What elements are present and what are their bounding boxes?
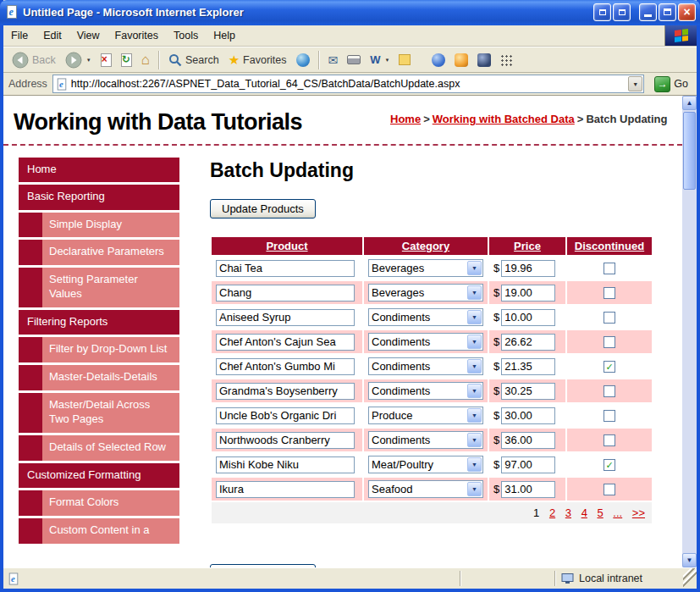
home-button[interactable]: ⌂ <box>137 51 154 69</box>
column-header-price[interactable]: Price <box>514 240 541 252</box>
discontinued-checkbox[interactable]: ✓ <box>604 410 615 422</box>
breadcrumb-section-link[interactable]: Working with Batched Data <box>433 113 575 125</box>
back-button[interactable]: Back <box>8 50 60 70</box>
chevron-down-icon[interactable]: ▼ <box>467 457 482 472</box>
chevron-down-icon[interactable]: ▼ <box>467 433 482 447</box>
minimize-button[interactable] <box>639 3 657 21</box>
chevron-down-icon[interactable]: ▼ <box>467 482 482 496</box>
address-field[interactable]: e ▼ <box>52 75 644 93</box>
pager-page-link[interactable]: 2 <box>549 506 555 519</box>
scrollbar-thumb[interactable] <box>683 112 696 190</box>
price-input[interactable] <box>501 481 555 498</box>
maximize-button[interactable] <box>659 3 676 21</box>
chevron-down-icon[interactable]: ▼ <box>467 261 482 275</box>
price-input[interactable] <box>501 432 555 449</box>
scroll-down-button[interactable]: ▼ <box>682 553 697 567</box>
column-header-discontinued[interactable]: Discontinued <box>575 240 644 252</box>
category-select[interactable]: Beverages▼ <box>368 284 483 302</box>
category-select[interactable]: Condiments▼ <box>368 308 483 326</box>
pager-page-link[interactable]: 3 <box>565 506 571 519</box>
discontinued-checkbox[interactable]: ✓ <box>604 385 615 397</box>
category-select[interactable]: Produce▼ <box>368 407 483 424</box>
pager-page-link[interactable]: 5 <box>597 506 603 519</box>
favorites-button[interactable]: ★ Favorites <box>224 52 291 68</box>
product-input[interactable] <box>216 358 355 375</box>
sidebar-item-home[interactable]: Home <box>19 158 179 182</box>
discontinued-checkbox[interactable]: ✓ <box>604 336 615 348</box>
edit-with-word-button[interactable]: W ▼ <box>366 53 394 67</box>
chevron-down-icon[interactable]: ▼ <box>467 285 482 300</box>
mail-button[interactable]: ✉ <box>324 53 343 68</box>
product-input[interactable] <box>216 334 355 351</box>
refresh-button[interactable]: ↻ <box>117 52 136 69</box>
discontinued-checkbox[interactable]: ✓ <box>604 434 615 446</box>
menu-item-view[interactable]: View <box>69 25 107 46</box>
breadcrumb-home-link[interactable]: Home <box>390 113 421 125</box>
price-input[interactable] <box>501 285 555 302</box>
category-select[interactable]: Beverages▼ <box>368 259 483 277</box>
discontinued-checkbox[interactable]: ✓ <box>604 263 615 274</box>
titlebar-extra-button-1[interactable] <box>593 3 611 21</box>
product-input[interactable] <box>216 309 355 326</box>
price-input[interactable] <box>501 334 555 351</box>
product-input[interactable] <box>216 407 355 424</box>
quick-launch-button[interactable] <box>496 53 516 68</box>
chevron-down-icon[interactable]: ▼ <box>467 310 482 324</box>
print-button[interactable] <box>343 53 365 66</box>
discontinued-checkbox[interactable]: ✓ <box>604 312 615 324</box>
search-button[interactable]: Search <box>164 52 223 69</box>
menu-item-file[interactable]: File <box>3 25 36 46</box>
forward-button[interactable]: ▼ <box>61 50 96 70</box>
discontinued-checkbox[interactable]: ✓ <box>604 361 615 373</box>
discontinued-checkbox[interactable]: ✓ <box>604 484 615 495</box>
menu-item-favorites[interactable]: Favorites <box>107 25 166 46</box>
price-input[interactable] <box>501 260 555 277</box>
address-dropdown-button[interactable]: ▼ <box>628 76 642 91</box>
scroll-up-button[interactable]: ▲ <box>682 96 697 110</box>
vertical-scrollbar[interactable]: ▲ ▼ <box>682 96 697 567</box>
column-header-category[interactable]: Category <box>402 240 449 252</box>
pager-next-link[interactable]: >> <box>632 506 645 519</box>
go-button[interactable]: → Go <box>649 76 693 92</box>
msn-button[interactable] <box>450 52 472 69</box>
category-select[interactable]: Condiments▼ <box>368 357 483 375</box>
price-input[interactable] <box>501 456 555 473</box>
category-select[interactable]: Condiments▼ <box>368 431 483 449</box>
discontinued-checkbox[interactable]: ✓ <box>604 287 615 299</box>
resize-grip[interactable] <box>683 568 697 589</box>
chevron-down-icon[interactable]: ▼ <box>467 359 482 373</box>
product-input[interactable] <box>216 456 355 473</box>
discontinued-checkbox[interactable]: ✓ <box>604 459 615 471</box>
product-input[interactable] <box>216 383 355 400</box>
product-input[interactable] <box>216 481 355 498</box>
pager-ellipsis-link[interactable]: ... <box>613 506 622 519</box>
product-input[interactable] <box>216 260 355 277</box>
discuss-button[interactable] <box>394 53 415 67</box>
update-products-button-top[interactable]: Update Products <box>210 199 316 219</box>
column-header-product[interactable]: Product <box>266 240 307 252</box>
sidebar-section-customized-formatting[interactable]: Customized Formatting <box>19 463 179 488</box>
price-input[interactable] <box>501 383 555 400</box>
pager-page-link[interactable]: 4 <box>581 506 587 519</box>
price-input[interactable] <box>501 358 555 375</box>
category-select[interactable]: Seafood▼ <box>368 480 483 498</box>
titlebar-extra-button-2[interactable] <box>613 3 631 21</box>
update-products-button-bottom[interactable]: Update Products <box>210 564 316 567</box>
close-button[interactable]: × <box>678 3 696 21</box>
price-input[interactable] <box>501 407 555 424</box>
category-select[interactable]: Condiments▼ <box>368 382 483 400</box>
product-input[interactable] <box>216 285 355 302</box>
messenger-button[interactable] <box>427 52 449 69</box>
menu-item-edit[interactable]: Edit <box>36 25 69 46</box>
media-button[interactable] <box>292 52 314 69</box>
chevron-down-icon[interactable]: ▼ <box>467 384 482 398</box>
sidebar-section-basic-reporting[interactable]: Basic Reporting <box>19 185 179 209</box>
menu-item-help[interactable]: Help <box>206 25 243 46</box>
address-input[interactable] <box>71 78 625 90</box>
product-input[interactable] <box>216 432 355 449</box>
sidebar-section-filtering-reports[interactable]: Filtering Reports <box>19 310 179 335</box>
chevron-down-icon[interactable]: ▼ <box>467 335 482 349</box>
price-input[interactable] <box>501 309 555 326</box>
category-select[interactable]: Condiments▼ <box>368 333 483 351</box>
chevron-down-icon[interactable]: ▼ <box>467 408 482 423</box>
